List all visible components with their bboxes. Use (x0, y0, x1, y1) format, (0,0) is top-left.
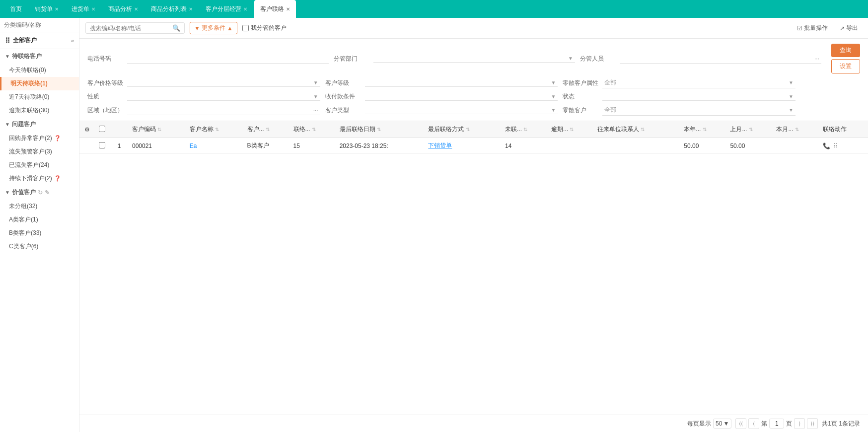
sidebar-all-customers[interactable]: ⠿ 全部客户 « (0, 32, 79, 49)
nav-product-analysis-list[interactable]: 商品分析列表 ✕ (145, 0, 199, 18)
filter-payment-select[interactable]: ▼ (365, 93, 558, 101)
filter-nature-select[interactable]: ▼ (127, 93, 320, 101)
nav-customer-contact[interactable]: 客户联络 ✕ (254, 0, 296, 18)
sidebar-item-class-a[interactable]: A类客户(1) (0, 213, 79, 226)
page-input[interactable] (769, 419, 784, 429)
filter-payment: 收付款条件 ▼ (325, 92, 558, 101)
close-icon[interactable]: ✕ (243, 6, 247, 12)
search-icon[interactable]: 🔍 (172, 24, 180, 32)
filter-price-grade-select[interactable]: ▼ (127, 79, 320, 87)
th-name: 客户名称 ⇅ (187, 121, 244, 138)
qr-icon[interactable]: ⠿ (833, 143, 838, 149)
filter-customer-grade-select[interactable]: ▼ (365, 79, 558, 87)
sidebar-item-churn-warning[interactable]: 流失预警客户(3) (0, 145, 79, 158)
prev-page-button[interactable]: ⟨ (748, 418, 759, 429)
sidebar-item-today-contact[interactable]: 今天待联络(0) (0, 64, 79, 77)
td-this-month (773, 138, 819, 154)
ellipsis-icon[interactable]: ··· (814, 55, 819, 62)
close-icon[interactable]: ✕ (286, 6, 290, 12)
sort-icon[interactable]: ⇅ (215, 127, 219, 132)
table-select-all-checkbox[interactable] (99, 126, 105, 132)
nav-purchase[interactable]: 进货单 ✕ (66, 0, 101, 18)
sidebar-item-ungrouped[interactable]: 未分组(32) (0, 200, 79, 213)
nav-product-analysis[interactable]: 商品分析 ✕ (102, 0, 144, 18)
my-customers-check-input[interactable] (242, 25, 249, 31)
sort-icon[interactable]: ⇅ (312, 127, 316, 132)
sort-icon[interactable]: ⇅ (749, 127, 753, 132)
set-button[interactable]: 设置 (831, 59, 860, 73)
table-area: ⚙ 客户编码 ⇅ 客户名称 ⇅ (79, 121, 868, 415)
sidebar-search-area: 🔍 (0, 18, 79, 32)
first-page-button[interactable]: ⟨⟨ (735, 418, 746, 429)
sort-icon[interactable]: ⇅ (795, 127, 799, 132)
filter-retail-customer: 零散客户 全部 ▼ (563, 105, 796, 116)
more-filter-button[interactable]: ▼ 更多条件 ▲ (190, 22, 237, 34)
batch-op-button[interactable]: ☑ 批量操作 (793, 22, 832, 34)
page-size-select[interactable]: 50 ▼ (713, 419, 731, 429)
close-icon[interactable]: ✕ (91, 6, 95, 12)
sort-icon[interactable]: ⇅ (377, 127, 381, 132)
phone-icon[interactable]: 📞 (823, 143, 830, 149)
td-last-method: 下销货单 (425, 138, 502, 154)
my-customers-checkbox[interactable]: 我分管的客户 (242, 24, 287, 32)
sidebar-group-value[interactable]: ▼ 价值客户 ↻ ✎ (0, 185, 79, 200)
sidebar-item-repurchase-abnormal[interactable]: 回购异常客户(2) ❓ (0, 132, 79, 145)
sort-icon[interactable]: ⇅ (266, 127, 270, 132)
sort-icon[interactable]: ⇅ (641, 127, 645, 132)
refresh-icon[interactable]: ↻ (38, 189, 43, 196)
customer-table: ⚙ 客户编码 ⇅ 客户名称 ⇅ (79, 121, 868, 154)
nav-sales[interactable]: 销货单 ✕ (29, 0, 65, 18)
close-icon[interactable]: ✕ (189, 6, 193, 12)
filter-dept-select[interactable]: ▼ (373, 55, 575, 63)
sort-icon[interactable]: ⇅ (570, 127, 574, 132)
th-unit-contact: 往来单位联系人 ⇅ (594, 121, 681, 138)
filter-phone-input[interactable] (127, 54, 329, 64)
sort-icon[interactable]: ⇅ (703, 127, 707, 132)
filter-phone: 电话号码 (87, 54, 329, 64)
close-icon[interactable]: ✕ (134, 6, 138, 12)
sidebar-item-class-c[interactable]: C类客户(6) (0, 240, 79, 253)
query-button[interactable]: 查询 (831, 44, 860, 57)
sidebar-item-declining[interactable]: 持续下滑客户(2) ❓ (0, 172, 79, 185)
last-method-link[interactable]: 下销货单 (428, 142, 452, 149)
nav-home[interactable]: 首页 (4, 0, 28, 18)
filter-status-select[interactable]: ▼ (602, 93, 796, 101)
last-page-button[interactable]: ⟩⟩ (807, 418, 818, 429)
ellipsis-icon[interactable]: ··· (313, 107, 318, 114)
help-icon: ❓ (54, 135, 61, 142)
sidebar-search-input[interactable] (4, 21, 78, 28)
table-footer: 每页显示 50 ▼ ⟨⟨ ⟨ 第 页 ⟩ ⟩⟩ 共1页 1条记录 (79, 415, 868, 432)
search-input[interactable] (90, 25, 172, 32)
chevron-down-icon: ▼ (789, 80, 794, 85)
search-input-wrap[interactable]: 🔍 (85, 22, 185, 34)
close-icon[interactable]: ✕ (55, 6, 59, 12)
td-name[interactable]: Ea (187, 138, 244, 154)
sidebar-item-class-b[interactable]: B类客户(33) (0, 226, 79, 240)
chevron-left-icon[interactable]: « (71, 38, 74, 44)
sidebar-item-churned[interactable]: 已流失客户(24) (0, 158, 79, 172)
chevron-down-icon: ▼ (789, 94, 794, 99)
filter-retail-customer-select[interactable]: 全部 ▼ (602, 105, 796, 116)
next-page-button[interactable]: ⟩ (794, 418, 805, 429)
edit-icon[interactable]: ✎ (45, 189, 50, 196)
th-last-method: 最后联络方式 ⇅ (425, 121, 502, 138)
sidebar-item-7day-contact[interactable]: 近7天待联络(0) (0, 90, 79, 104)
sidebar-item-overdue-contact[interactable]: 逾期未联络(30) (0, 104, 79, 117)
export-button[interactable]: ↗ 导出 (836, 22, 862, 34)
row-checkbox[interactable] (99, 142, 105, 148)
filter-status-label: 状态 (563, 92, 602, 101)
filter-region-select[interactable]: ··· (127, 106, 320, 115)
sidebar-item-tomorrow-contact[interactable]: 明天待联络(1) (0, 77, 79, 90)
sort-icon[interactable]: ⇅ (157, 127, 161, 132)
nav-customer-tier[interactable]: 客户分层经营 ✕ (200, 0, 253, 18)
filter-person-select[interactable]: ··· (620, 54, 821, 64)
sidebar-group-problem[interactable]: ▼ 问题客户 (0, 117, 79, 132)
sidebar-group-pending[interactable]: ▼ 待联络客户 (0, 49, 79, 64)
th-gear: ⚙ (79, 121, 94, 138)
filter-retail-attr-select[interactable]: 全部 ▼ (602, 77, 796, 88)
filter-customer-type-select[interactable]: ▼ (365, 106, 558, 114)
sort-icon[interactable]: ⇅ (523, 127, 527, 132)
sort-icon[interactable]: ⇅ (466, 127, 470, 132)
arrow-down-icon: ▼ (5, 190, 10, 195)
gear-icon[interactable]: ⚙ (84, 126, 90, 133)
